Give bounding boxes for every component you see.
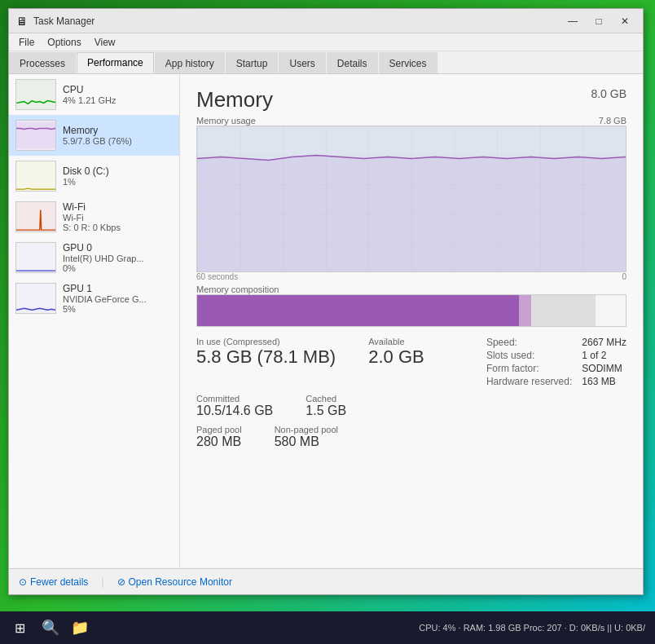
maximize-button[interactable]: □ xyxy=(587,12,610,30)
slots-label: Slots used: xyxy=(486,350,572,361)
detail-grid: Speed: 2667 MHz Slots used: 1 of 2 Form … xyxy=(486,337,626,387)
fewer-details-link[interactable]: ⊙ Fewer details xyxy=(19,576,88,588)
composition-bar xyxy=(197,295,626,326)
in-use-value: 5.8 GB (78.1 MB) xyxy=(196,346,336,368)
gpu0-thumbnail xyxy=(15,242,56,273)
gpu1-name: GPU 1 xyxy=(63,283,173,294)
footer-divider: | xyxy=(101,576,103,588)
in-use-group: In use (Compressed) 5.8 GB (78.1 MB) xyxy=(196,337,336,387)
sidebar-item-gpu1[interactable]: GPU 1 NVIDIA GeForce G... 5% xyxy=(9,278,179,319)
tab-services[interactable]: Services xyxy=(379,52,437,73)
tab-app-history[interactable]: App history xyxy=(155,52,225,73)
form-value: SODIMM xyxy=(582,363,626,374)
memory-usage-graph-container: Memory usage 7.8 GB xyxy=(196,116,626,281)
tab-users[interactable]: Users xyxy=(279,52,325,73)
stats-left-3: Paged pool 280 MB Non-paged pool 580 MB xyxy=(196,425,626,449)
desktop: 🖥 Task Manager — □ ✕ File Options View P… xyxy=(0,0,655,644)
panel-header: Memory 8.0 GB xyxy=(196,87,626,112)
panel-title: Memory xyxy=(196,87,273,112)
menu-options[interactable]: Options xyxy=(41,35,87,50)
stats-row: In use (Compressed) 5.8 GB (78.1 MB) Ava… xyxy=(196,337,626,387)
committed-label: Committed xyxy=(196,394,273,404)
search-icon[interactable]: 🔍 xyxy=(36,613,65,642)
committed-value: 10.5/14.6 GB xyxy=(196,404,273,418)
cpu-name: CPU xyxy=(63,84,173,95)
gpu1-info: GPU 1 NVIDIA GeForce G... 5% xyxy=(63,283,173,314)
wifi-value: S: 0 R: 0 Kbps xyxy=(63,223,173,232)
svg-rect-3 xyxy=(16,161,55,191)
menu-file[interactable]: File xyxy=(12,35,41,50)
title-bar: 🖥 Task Manager — □ ✕ xyxy=(9,9,643,33)
memory-usage-label: Memory usage 7.8 GB xyxy=(196,116,626,126)
open-resource-monitor-link[interactable]: ⊘ Open Resource Monitor xyxy=(117,576,232,588)
memory-svg xyxy=(197,126,626,271)
start-button[interactable]: ⊞ xyxy=(3,611,36,644)
sidebar-item-cpu[interactable]: CPU 4% 1.21 GHz xyxy=(9,74,179,115)
stats-row-2: Committed 10.5/14.6 GB Cached 1.5 GB xyxy=(196,394,626,418)
wifi-info: Wi-Fi Wi-Fi S: 0 R: 0 Kbps xyxy=(63,201,173,232)
cpu-thumbnail xyxy=(15,79,56,110)
fewer-details-icon: ⊙ xyxy=(19,576,27,588)
gpu1-subname: NVIDIA GeForce G... xyxy=(63,294,173,304)
cpu-info: CPU 4% 1.21 GHz xyxy=(63,84,173,105)
non-paged-group: Non-paged pool 580 MB xyxy=(275,425,338,449)
time-right: 0 xyxy=(622,272,626,281)
menu-bar: File Options View xyxy=(9,33,643,51)
sidebar-item-wifi[interactable]: Wi-Fi Wi-Fi S: 0 R: 0 Kbps xyxy=(9,196,179,237)
menu-view[interactable]: View xyxy=(88,35,122,50)
sidebar: CPU 4% 1.21 GHz Memory xyxy=(9,74,180,568)
tab-bar: Processes Performance App history Startu… xyxy=(9,51,643,74)
available-label: Available xyxy=(368,337,424,346)
sidebar-item-gpu0[interactable]: GPU 0 Intel(R) UHD Grap... 0% xyxy=(9,237,179,278)
wifi-thumbnail xyxy=(15,201,56,232)
svg-marker-9 xyxy=(197,156,626,271)
composition-label: Memory composition xyxy=(196,285,626,294)
available-group: Available 2.0 GB xyxy=(368,337,424,387)
fewer-details-label: Fewer details xyxy=(30,576,88,588)
file-explorer-icon[interactable]: 📁 xyxy=(65,613,95,642)
tab-performance[interactable]: Performance xyxy=(77,52,154,73)
stats-left-2: Committed 10.5/14.6 GB Cached 1.5 GB xyxy=(196,394,626,418)
gpu1-thumbnail xyxy=(15,283,56,314)
stats-row-3: Paged pool 280 MB Non-paged pool 580 MB xyxy=(196,425,626,449)
paged-label: Paged pool xyxy=(196,425,242,434)
comp-free xyxy=(596,295,626,326)
gpu0-info: GPU 0 Intel(R) UHD Grap... 0% xyxy=(63,242,173,273)
sidebar-item-memory[interactable]: Memory 5.9/7.8 GB (76%) xyxy=(9,115,179,156)
svg-rect-2 xyxy=(16,122,55,148)
svg-rect-0 xyxy=(16,80,55,109)
gpu0-name: GPU 0 xyxy=(63,242,173,254)
stats-left: In use (Compressed) 5.8 GB (78.1 MB) Ava… xyxy=(196,337,454,387)
cached-group: Cached 1.5 GB xyxy=(306,394,346,418)
speed-value: 2667 MHz xyxy=(582,337,626,348)
app-icon: 🖥 xyxy=(15,15,29,28)
in-use-label: In use (Compressed) xyxy=(196,337,336,346)
minimize-button[interactable]: — xyxy=(561,12,584,30)
hw-reserved-value: 163 MB xyxy=(582,376,626,387)
comp-in-use xyxy=(197,295,519,326)
taskbar-status: CPU: 4% · RAM: 1.98 GB Proc: 207 · D: 0K… xyxy=(419,623,645,633)
memory-info: Memory 5.9/7.8 GB (76%) xyxy=(63,125,173,146)
cpu-value: 4% 1.21 GHz xyxy=(63,95,173,105)
graph-time-labels: 60 seconds 0 xyxy=(196,272,626,281)
tab-startup[interactable]: Startup xyxy=(226,52,279,73)
taskbar-right: CPU: 4% · RAM: 1.98 GB Proc: 207 · D: 0K… xyxy=(419,623,652,633)
memory-value: 5.9/7.8 GB (76%) xyxy=(63,136,173,146)
stats-right: Speed: 2667 MHz Slots used: 1 of 2 Form … xyxy=(486,337,626,387)
time-left: 60 seconds xyxy=(196,272,238,281)
task-manager-window: 🖥 Task Manager — □ ✕ File Options View P… xyxy=(8,8,644,595)
memory-name: Memory xyxy=(63,125,173,136)
tab-details[interactable]: Details xyxy=(327,52,378,73)
slots-value: 1 of 2 xyxy=(582,350,626,361)
close-button[interactable]: ✕ xyxy=(613,12,636,30)
composition-graph xyxy=(196,294,626,327)
sidebar-item-disk[interactable]: Disk 0 (C:) 1% xyxy=(9,156,179,196)
available-value: 2.0 GB xyxy=(368,346,424,368)
disk-thumbnail xyxy=(15,161,56,192)
form-label: Form factor: xyxy=(486,363,572,374)
paged-value: 280 MB xyxy=(196,434,242,449)
tab-processes[interactable]: Processes xyxy=(9,52,76,73)
composition-graph-container: Memory composition xyxy=(196,285,626,327)
disk-value: 1% xyxy=(63,177,173,187)
right-panel: Memory 8.0 GB Memory usage 7.8 GB xyxy=(180,74,643,568)
